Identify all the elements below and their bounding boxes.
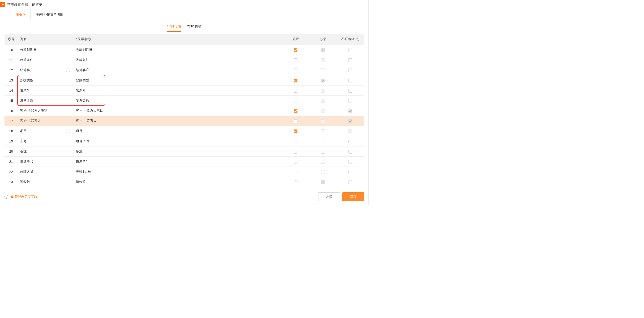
checkbox-show[interactable] bbox=[294, 89, 298, 92]
table-row: 15发票金额发票金额 bbox=[4, 96, 364, 106]
checkbox-show[interactable] bbox=[294, 79, 298, 82]
checkbox-show[interactable] bbox=[294, 140, 298, 144]
cell-column-name: 发票金额 bbox=[18, 96, 74, 106]
cell-display-name[interactable]: 步骤1人员 bbox=[74, 167, 282, 177]
checkbox-required[interactable] bbox=[321, 68, 325, 72]
cell-show bbox=[282, 136, 309, 146]
checkbox-show[interactable] bbox=[294, 170, 298, 174]
cell-column-name: 项目+ bbox=[18, 126, 74, 136]
table-row: 12结算客户+结算客户 bbox=[4, 65, 364, 75]
checkbox-show[interactable] bbox=[294, 150, 298, 154]
cell-display-name[interactable]: 票据类型 bbox=[74, 75, 282, 86]
checkbox-readonly[interactable] bbox=[348, 180, 352, 184]
checkbox-required[interactable] bbox=[321, 130, 325, 133]
cell-show bbox=[282, 126, 309, 136]
checkbox-readonly[interactable] bbox=[348, 68, 352, 72]
column-name-text: 客户.主联系人电话 bbox=[20, 109, 48, 112]
checkbox-show[interactable] bbox=[294, 180, 298, 184]
column-name-text: 收款条件 bbox=[20, 58, 33, 62]
cell-display-name[interactable]: 备注 bbox=[74, 146, 282, 157]
table-row: 17客户.主联系人客户.主联系人 bbox=[4, 116, 364, 126]
header-bar: 当前设置单据：销货单 bbox=[0, 0, 368, 9]
checkbox-required bbox=[321, 180, 325, 184]
checkbox-readonly[interactable] bbox=[348, 99, 352, 103]
checkbox-readonly[interactable] bbox=[348, 150, 352, 154]
cell-required bbox=[309, 177, 337, 187]
cell-column-name: 客户.主联系人电话 bbox=[18, 106, 74, 116]
chevron-right-double-icon bbox=[1, 3, 4, 6]
help-icon[interactable]: ? bbox=[4, 195, 8, 199]
checkbox-readonly[interactable] bbox=[348, 79, 352, 82]
cell-display-name[interactable]: 结算客户 bbox=[74, 65, 282, 75]
cell-display-name[interactable]: 预收款 bbox=[74, 177, 282, 187]
checkbox-readonly bbox=[348, 119, 352, 123]
table-row: 23预收款预收款 bbox=[4, 177, 364, 187]
cell-required bbox=[309, 75, 337, 86]
checkbox-readonly[interactable] bbox=[348, 89, 352, 92]
cell-display-name[interactable]: 收款到期日 bbox=[74, 45, 282, 55]
cell-display-name[interactable]: 发票金额 bbox=[74, 96, 282, 106]
th-display-name-label: 显示名称 bbox=[78, 37, 91, 41]
plus-icon[interactable]: + bbox=[66, 129, 70, 133]
subtab-field-settings[interactable]: 字段设置 bbox=[167, 24, 182, 32]
subtab-layout-adjust[interactable]: 布局调整 bbox=[187, 24, 201, 32]
checkbox-show[interactable] bbox=[294, 119, 298, 123]
checkbox-required bbox=[321, 99, 325, 103]
cell-show bbox=[282, 86, 309, 96]
cell-display-name[interactable]: 客户.主联系人电话 bbox=[74, 106, 282, 116]
save-button[interactable]: 保存 bbox=[342, 192, 364, 201]
cell-seq: 23 bbox=[4, 177, 18, 187]
cell-display-name[interactable]: 项目.车号 bbox=[74, 136, 282, 146]
cell-display-name[interactable]: 项目 bbox=[74, 126, 282, 136]
checkbox-show[interactable] bbox=[294, 68, 298, 72]
tab-body-area[interactable]: 表体区-销货单明细 bbox=[31, 9, 68, 20]
cancel-button[interactable]: 取消 bbox=[318, 192, 340, 201]
table-row: 10收款到期日收款到期日 bbox=[4, 45, 364, 55]
checkbox-readonly[interactable] bbox=[348, 48, 352, 52]
th-readonly: 不可编辑 ? bbox=[337, 34, 364, 45]
checkbox-readonly[interactable] bbox=[348, 140, 352, 144]
checkbox-required[interactable] bbox=[321, 150, 325, 154]
column-name-text: 发票金额 bbox=[20, 98, 33, 102]
checkbox-required[interactable] bbox=[321, 160, 325, 164]
table-row: 19车号项目.车号 bbox=[4, 136, 364, 146]
checkbox-required[interactable] bbox=[321, 140, 325, 144]
cell-column-name: 客户.主联系人 bbox=[18, 116, 74, 126]
cell-seq: 16 bbox=[4, 106, 18, 116]
checkbox-show[interactable] bbox=[294, 130, 298, 133]
cell-show bbox=[282, 55, 309, 65]
cell-show bbox=[282, 96, 309, 106]
checkbox-show[interactable] bbox=[294, 48, 298, 52]
cell-readonly bbox=[337, 177, 364, 187]
cell-display-name[interactable]: 客户.主联系人 bbox=[74, 116, 282, 126]
cell-seq: 10 bbox=[4, 45, 18, 55]
cell-readonly bbox=[337, 167, 364, 177]
cell-show bbox=[282, 75, 309, 86]
checkbox-readonly[interactable] bbox=[348, 160, 352, 164]
cell-display-name[interactable]: 发票号 bbox=[74, 86, 282, 96]
tab-header-area[interactable]: 表头区 bbox=[11, 9, 31, 20]
checkbox-show[interactable] bbox=[294, 58, 298, 62]
checkbox-show[interactable] bbox=[294, 160, 298, 164]
plus-icon[interactable]: + bbox=[66, 68, 70, 72]
cell-readonly bbox=[337, 75, 364, 86]
manage-custom-fields-link[interactable]: 管理自定义字段 bbox=[14, 195, 38, 199]
column-name-text: 客户.主联系人 bbox=[20, 119, 41, 122]
collapse-toggle[interactable] bbox=[0, 2, 5, 7]
required-star-icon: * bbox=[76, 37, 77, 41]
checkbox-readonly[interactable] bbox=[348, 170, 352, 174]
cell-column-name: 结算客户+ bbox=[18, 65, 74, 75]
cell-show bbox=[282, 45, 309, 55]
table-row: 20备注备注 bbox=[4, 146, 364, 157]
cell-readonly bbox=[337, 136, 364, 146]
checkbox-show[interactable] bbox=[294, 109, 298, 113]
checkbox-show[interactable] bbox=[294, 99, 298, 103]
cell-display-name[interactable]: 快递单号 bbox=[74, 157, 282, 167]
help-icon[interactable]: ? bbox=[356, 38, 359, 41]
checkbox-readonly[interactable] bbox=[348, 58, 352, 62]
cell-display-name[interactable]: 收款条件 bbox=[74, 55, 282, 65]
cell-seq: 17 bbox=[4, 116, 18, 126]
checkbox-required bbox=[321, 58, 325, 62]
cell-show bbox=[282, 146, 309, 157]
checkbox-required[interactable] bbox=[321, 170, 325, 174]
